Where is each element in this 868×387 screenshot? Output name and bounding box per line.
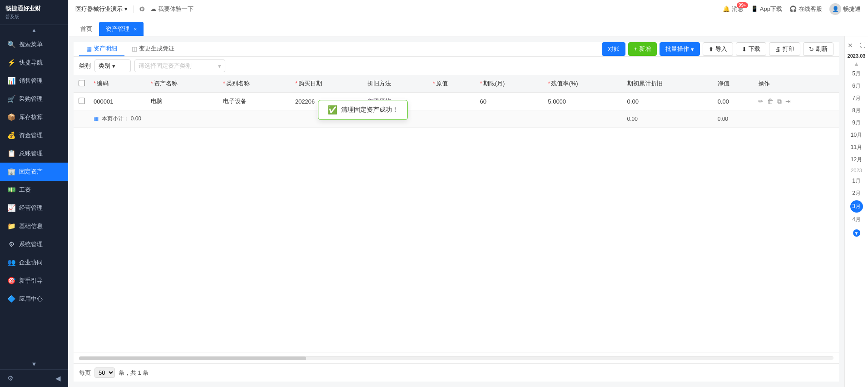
- sidebar-item-search[interactable]: 🔍 搜索菜单: [0, 35, 68, 54]
- download-icon: ⬇: [742, 46, 747, 53]
- inventory-icon: 📦: [7, 113, 15, 121]
- row-actions: ✏ 🗑 ⧉ ⇥: [754, 93, 839, 110]
- edit-icon[interactable]: ✏: [758, 98, 764, 105]
- user-menu[interactable]: 👤 畅捷通: [829, 3, 861, 15]
- subtotal-row: ▦ 本页小计： 0.00 0.00 0.00: [74, 110, 839, 128]
- month-11[interactable]: 11月: [847, 141, 866, 154]
- refresh-label: 刷新: [816, 45, 828, 53]
- month-4[interactable]: 4月: [847, 213, 866, 226]
- month-10[interactable]: 10月: [847, 129, 866, 141]
- month-8[interactable]: 8月: [847, 104, 866, 117]
- sidebar-nav: 🔍 搜索菜单 ⚡ 快捷导航 📊 销售管理 🛒 采购管理 📦 库存核算 💰 资金管…: [0, 35, 68, 359]
- print-icon: 🖨: [775, 46, 781, 53]
- sub-tab-asset-detail-label: 资产明细: [94, 45, 117, 53]
- sidebar-logo: 畅捷通好业财 普及版: [0, 0, 68, 25]
- online-service-button[interactable]: 🎧 在线客服: [789, 5, 822, 13]
- print-button[interactable]: 🖨 打印: [769, 42, 800, 56]
- sub-tab-change-voucher[interactable]: ◫ 变更生成凭证: [124, 42, 182, 56]
- month-2[interactable]: 2月: [847, 187, 866, 199]
- app-download-button[interactable]: 📱 App下载: [751, 5, 782, 13]
- sidebar-item-funds[interactable]: 💰 资金管理: [0, 126, 68, 144]
- month-list-curr: 1月 2月 3月 4月: [845, 175, 868, 226]
- row-checkbox[interactable]: [79, 98, 85, 104]
- right-panel-close-icon[interactable]: ✕: [848, 42, 853, 49]
- collapse-icon[interactable]: ◀: [55, 374, 61, 382]
- row-name: 电脑: [147, 93, 219, 110]
- row-category: 电子设备: [219, 93, 292, 110]
- download-label: 下载: [749, 45, 760, 53]
- category-type-select[interactable]: 类别 ▾: [94, 60, 131, 72]
- scroll-up-icon[interactable]: ▲: [853, 60, 860, 68]
- sidebar-item-sales[interactable]: 📊 销售管理: [0, 72, 68, 90]
- download-icon: 📱: [751, 5, 758, 12]
- copy-icon[interactable]: ⧉: [777, 98, 782, 105]
- month-6[interactable]: 6月: [847, 80, 866, 92]
- delete-icon[interactable]: 🗑: [767, 98, 774, 105]
- select-all-header[interactable]: [74, 75, 90, 93]
- company-name: 医疗器械行业演示: [75, 5, 123, 13]
- category-input[interactable]: 请选择固定资产类别 ▾: [134, 60, 225, 72]
- more-icon[interactable]: ⇥: [785, 98, 791, 105]
- month-7[interactable]: 7月: [847, 92, 866, 104]
- sidebar-item-salary[interactable]: 💵 工资: [0, 181, 68, 199]
- month-5[interactable]: 5月: [847, 68, 866, 80]
- company-selector[interactable]: 医疗器械行业演示 ▾: [75, 5, 128, 13]
- new-button[interactable]: + 新增: [628, 42, 657, 56]
- month-9[interactable]: 9月: [847, 117, 866, 129]
- sidebar-item-ledger[interactable]: 📋 总账管理: [0, 144, 68, 163]
- month-3-active[interactable]: 3月: [850, 200, 863, 213]
- sidebar-item-app-center[interactable]: 🔷 应用中心: [0, 290, 68, 308]
- row-checkbox-cell[interactable]: [74, 93, 90, 110]
- month-12[interactable]: 12月: [847, 154, 866, 166]
- tab-close-icon[interactable]: ×: [134, 26, 137, 32]
- bell-icon: 🔔: [723, 5, 730, 12]
- category-filter-label: 类别: [79, 62, 91, 70]
- reconcile-button[interactable]: 对账: [602, 42, 625, 56]
- experience-button[interactable]: ☁ 我要体验一下: [150, 5, 193, 13]
- table-row: 000001 电脑 电子设备 202206 年限平均 60 5.0000 0.0…: [74, 93, 839, 110]
- notifications-button[interactable]: 🔔 消息 99+: [723, 5, 744, 13]
- sidebar-item-label: 快捷导航: [19, 59, 43, 67]
- download-button[interactable]: ⬇ 下载: [736, 42, 766, 56]
- scrollbar-track: [79, 356, 833, 360]
- right-panel-expand-icon[interactable]: ⛶: [860, 42, 865, 49]
- sidebar-item-purchase[interactable]: 🛒 采购管理: [0, 90, 68, 108]
- success-toast: ✅ 清理固定资产成功！: [318, 100, 408, 120]
- settings-icon[interactable]: ⚙: [7, 374, 13, 382]
- sidebar-item-guide[interactable]: 🎯 新手引导: [0, 272, 68, 290]
- filter-bar: 类别 类别 ▾ 请选择固定资产类别 ▾: [74, 57, 839, 75]
- batch-ops-button[interactable]: 批量操作 ▾: [660, 42, 700, 56]
- per-page-select[interactable]: 50: [94, 367, 115, 378]
- sidebar-item-quicknav[interactable]: ⚡ 快捷导航: [0, 54, 68, 72]
- avatar: 👤: [829, 3, 841, 15]
- refresh-button[interactable]: ↻ 刷新: [803, 42, 833, 56]
- sidebar-scroll-up[interactable]: ▲: [0, 25, 68, 35]
- col-residual-rate: *残值率(%): [544, 75, 623, 93]
- month-1[interactable]: 1月: [847, 175, 866, 187]
- sidebar-item-label: 工资: [19, 186, 31, 194]
- import-button[interactable]: ⬆ 导入: [703, 42, 733, 56]
- sub-tab-change-voucher-label: 变更生成凭证: [139, 45, 174, 53]
- select-all-checkbox[interactable]: [79, 80, 85, 86]
- sidebar-item-management[interactable]: 📈 经营管理: [0, 199, 68, 217]
- settings-icon[interactable]: ⚙: [139, 5, 145, 13]
- row-original-value: [429, 93, 476, 110]
- category-placeholder: 请选择固定资产类别: [139, 62, 192, 70]
- tab-asset-management[interactable]: 资产管理 ×: [99, 22, 144, 36]
- chevron-down-icon: ▾: [218, 63, 221, 69]
- sidebar-item-label: 系统管理: [19, 240, 43, 248]
- tab-home[interactable]: 首页: [75, 22, 97, 36]
- online-service-label: 在线客服: [799, 5, 822, 13]
- scroll-down-button[interactable]: ▼: [853, 229, 860, 237]
- print-label: 打印: [783, 45, 794, 53]
- sidebar-item-system[interactable]: ⚙ 系统管理: [0, 235, 68, 253]
- sidebar-item-fixed-assets[interactable]: 🏢 固定资产: [0, 163, 68, 181]
- sidebar-item-inventory[interactable]: 📦 库存核算: [0, 108, 68, 126]
- sidebar-item-collab[interactable]: 👥 企业协同: [0, 253, 68, 272]
- sidebar-item-label: 新手引导: [19, 277, 43, 285]
- sidebar-item-label: 采购管理: [19, 95, 43, 103]
- horizontal-scrollbar[interactable]: [74, 352, 839, 363]
- sidebar-scroll-down[interactable]: ▼: [0, 359, 68, 369]
- sidebar-item-basic-info[interactable]: 📁 基础信息: [0, 217, 68, 235]
- sub-tab-asset-detail[interactable]: ▦ 资产明细: [79, 42, 124, 56]
